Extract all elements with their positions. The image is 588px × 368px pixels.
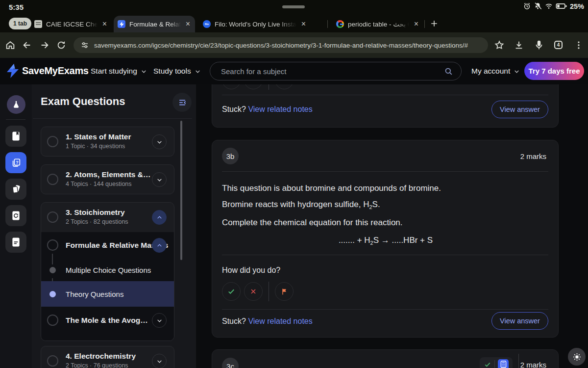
topic-meta: 2 Topics · 76 questions — [66, 362, 128, 368]
sidebar-scrollbar[interactable] — [180, 121, 182, 260]
collapse-subtopic-button[interactable] — [152, 238, 167, 253]
chevron-down-icon — [141, 68, 147, 75]
topic-meta: 1 Topic · 34 questions — [66, 143, 125, 150]
new-tab-button[interactable] — [429, 19, 439, 28]
subtopic-mole-avogadro[interactable]: The Mole & the Avogadro… — [41, 307, 174, 334]
chevron-up-icon — [156, 214, 163, 221]
subject-search[interactable] — [210, 62, 462, 80]
url-text: savemyexams.com/igcse/chemistry/cie/23/t… — [94, 42, 476, 49]
close-tab-icon[interactable]: × — [101, 19, 108, 29]
question-card-3c: 3c 2 marks — [212, 349, 559, 368]
chevron-down-icon — [156, 358, 163, 365]
sidebar-title: Exam Questions — [41, 95, 125, 108]
topic-meta: 2 Topics · 82 questions — [66, 218, 128, 225]
subtopic-formulae-header[interactable]: Formulae & Relative Masses — [41, 232, 174, 259]
theme-toggle-button[interactable] — [568, 348, 586, 366]
question-list-area: Stuck? View related notes View answer 3b… — [196, 84, 588, 368]
tab-switcher-button[interactable]: 4 — [553, 40, 564, 51]
flag-button[interactable] — [275, 84, 294, 89]
topic-electrochemistry[interactable]: 4. Electrochemistry 2 Topics · 76 questi… — [41, 346, 174, 368]
collapse-topic-button[interactable] — [152, 210, 167, 225]
close-tab-icon[interactable]: × — [413, 19, 419, 29]
view-related-notes-link[interactable]: View related notes — [248, 317, 312, 325]
rail-divider — [6, 119, 25, 120]
topic-title: 3. Stoichiometry — [66, 208, 125, 217]
search-icon[interactable] — [444, 67, 453, 76]
rail-exam-questions-button[interactable]: ? — [5, 152, 26, 173]
topic-title: 2. Atoms, Elements & … — [66, 170, 151, 179]
expand-subtopic-button[interactable] — [152, 313, 167, 328]
url-omnibox[interactable]: savemyexams.com/igcse/chemistry/cie/23/t… — [74, 37, 488, 53]
try-free-button[interactable]: Try 7 days free — [524, 62, 584, 80]
savemyexams-logo[interactable]: SaveMyExams — [7, 64, 89, 78]
rail-flashcards-button[interactable] — [5, 179, 26, 200]
close-tab-icon[interactable]: × — [185, 19, 191, 29]
correct-button[interactable] — [222, 282, 241, 301]
flashcards-icon — [11, 184, 22, 195]
view-answer-button[interactable]: View answer — [491, 312, 548, 330]
sidebar-item-multiple-choice[interactable]: Multiple Choice Questions — [41, 259, 174, 281]
calculator-icon — [500, 361, 507, 368]
correct-button[interactable] — [222, 84, 241, 89]
rail-revision-notes-button[interactable] — [5, 232, 26, 253]
incorrect-button[interactable] — [244, 282, 263, 301]
forward-button[interactable] — [39, 40, 50, 51]
sidebar-item-theory-questions[interactable]: Theory Questions — [41, 281, 174, 307]
collapse-panel-icon — [177, 98, 187, 107]
exam-questions-sidebar: Exam Questions 1. States of Matter 1 Top… — [32, 84, 196, 368]
microphone-icon[interactable] — [534, 40, 544, 51]
search-input[interactable] — [221, 67, 444, 76]
stuck-text: Stuck? View related notes — [222, 317, 313, 326]
my-account-menu[interactable]: My account — [471, 67, 520, 76]
savemyexams-favicon — [118, 20, 125, 28]
calculator-button[interactable] — [498, 359, 509, 368]
tab-formulae-relative-masses[interactable]: Formulae & Relative Masses × — [114, 16, 195, 32]
tab-title: periodic table - بحث Google — [348, 20, 409, 28]
topic-states-of-matter[interactable]: 1. States of Matter 1 Topic · 34 questio… — [41, 127, 174, 157]
site-settings-icon[interactable] — [80, 41, 89, 50]
nav-study-tools[interactable]: Study tools — [153, 67, 201, 76]
close-tab-icon[interactable]: × — [300, 19, 307, 29]
sun-icon — [572, 352, 582, 362]
progress-ring — [47, 136, 58, 147]
tab-google-search[interactable]: periodic table - بحث Google × — [332, 16, 423, 32]
bookmark-star-icon[interactable] — [494, 40, 505, 51]
reload-button[interactable] — [56, 40, 67, 51]
tab-group-pill[interactable]: 1 tab — [9, 18, 31, 29]
expand-topic-button[interactable] — [152, 134, 167, 149]
expand-topic-button[interactable] — [152, 172, 167, 187]
expand-topic-button[interactable] — [152, 354, 167, 368]
question-text-line2: Bromine reacts with hydrogen sulfide, H2… — [222, 200, 380, 210]
subject-avatar[interactable] — [7, 95, 25, 114]
view-related-notes-link[interactable]: View related notes — [248, 105, 312, 113]
collapse-sidebar-button[interactable] — [172, 93, 192, 112]
view-answer-button[interactable]: View answer — [491, 101, 548, 118]
home-button[interactable] — [5, 40, 16, 51]
window-drag-handle[interactable] — [282, 5, 305, 8]
topic-atoms-elements[interactable]: 2. Atoms, Elements & … 4 Topics · 144 qu… — [41, 164, 174, 194]
doc-lines-icon — [11, 237, 21, 247]
incorrect-button[interactable] — [244, 84, 263, 89]
question-card-3a-partial: Stuck? View related notes View answer — [212, 84, 559, 128]
tab-caie-chemistry[interactable]: CAIE IGCSE Chemistry (062 × — [30, 16, 112, 32]
rail-notes-button[interactable] — [5, 126, 26, 147]
topic-stoichiometry: 3. Stoichiometry 2 Topics · 82 questions… — [41, 202, 174, 341]
question-text-line3: Complete the chemical equation for this … — [222, 218, 403, 228]
doc-refresh-icon — [11, 210, 21, 221]
download-icon[interactable] — [514, 40, 524, 51]
progress-ring — [47, 211, 58, 223]
browser-menu-icon[interactable] — [573, 40, 584, 51]
topic-stoichiometry-header[interactable]: 3. Stoichiometry 2 Topics · 82 questions — [41, 203, 174, 232]
back-button[interactable] — [22, 40, 32, 51]
brand-name: SaveMyExams — [22, 65, 89, 77]
notifications-muted-icon — [534, 2, 542, 10]
nav-start-studying[interactable]: Start studying — [91, 67, 147, 76]
rail-past-papers-button[interactable] — [5, 205, 26, 226]
flag-button[interactable] — [275, 282, 294, 301]
svg-text:?: ? — [16, 159, 18, 164]
filo-favicon: filo — [203, 20, 211, 28]
card-divider — [222, 309, 548, 310]
tab-filo[interactable]: filo Filo: World's Only Live Insta × — [199, 16, 324, 32]
chevron-down-icon — [156, 177, 163, 183]
status-dot — [49, 267, 56, 273]
